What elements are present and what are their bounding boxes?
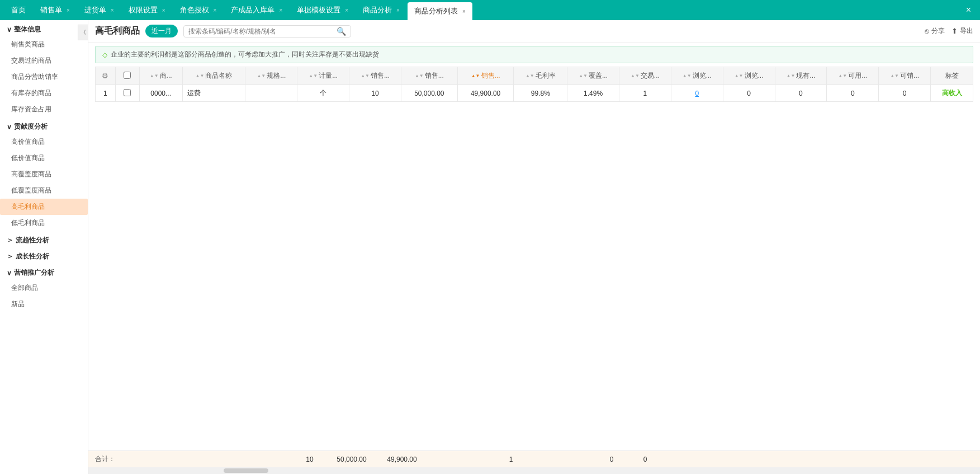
nav-finished[interactable]: 产成品入库单 × bbox=[224, 0, 289, 20]
sidebar-group-contribution[interactable]: ∨ 贡献度分析 bbox=[0, 118, 88, 134]
export-button[interactable]: ⬆ 导出 bbox=[951, 26, 973, 36]
footer-sales-profit: 49,900.00 bbox=[377, 456, 427, 463]
sidebar-item-sales-goods[interactable]: 销售类商品 bbox=[0, 36, 88, 53]
col-tag[interactable]: 标签 bbox=[931, 67, 973, 85]
nav-template[interactable]: 单据模板设置 × bbox=[290, 0, 355, 20]
col-sales-qty[interactable]: ▲▼销售... bbox=[349, 67, 401, 85]
nav-purchase-close[interactable]: × bbox=[111, 7, 114, 13]
sidebar-item-stock-capital[interactable]: 库存资金占用 bbox=[0, 101, 88, 118]
chevron-right-icon-2: ＞ bbox=[7, 252, 13, 261]
sort-available-icon: ▲▼ bbox=[838, 74, 847, 78]
nav-analysis-list[interactable]: 商品分析列表 × bbox=[408, 2, 472, 20]
nav-analysis[interactable]: 商品分析 × bbox=[356, 0, 406, 20]
main-layout: 《 ∨ 整体信息 销售类商品 交易过的商品 商品分营助销率 有库存的商品 库存资… bbox=[0, 20, 980, 474]
footer-sales-qty: 10 bbox=[293, 456, 326, 463]
col-name[interactable]: ▲▼商品名称 bbox=[182, 67, 245, 85]
sidebar-item-new-goods[interactable]: 新品 bbox=[0, 296, 88, 312]
chevron-down-icon: ∨ bbox=[7, 26, 12, 34]
chevron-right-icon: ＞ bbox=[7, 236, 13, 245]
col-coverage[interactable]: ▲▼覆盖... bbox=[567, 67, 619, 85]
sidebar-item-high-value[interactable]: 高价值商品 bbox=[0, 134, 88, 150]
sidebar-item-all-goods[interactable]: 全部商品 bbox=[0, 280, 88, 296]
cell-sales-amount: 50,000.00 bbox=[401, 85, 457, 102]
nav-role[interactable]: 角色授权 × bbox=[173, 0, 224, 20]
col-code[interactable]: ▲▼商... bbox=[139, 67, 182, 85]
nav-sales[interactable]: 销售单 × bbox=[34, 0, 77, 20]
cell-view1[interactable]: 0 bbox=[671, 85, 723, 102]
sidebar: 《 ∨ 整体信息 销售类商品 交易过的商品 商品分营助销率 有库存的商品 库存资… bbox=[0, 20, 88, 474]
col-current-stock[interactable]: ▲▼现有... bbox=[775, 67, 827, 85]
table-wrapper: ⚙ ▲▼商... ▲▼商品名称 ▲▼规格... ▲▼计量... bbox=[88, 67, 980, 450]
sidebar-item-low-coverage[interactable]: 低覆盖度商品 bbox=[0, 182, 88, 199]
nav-analysis-list-close[interactable]: × bbox=[462, 8, 466, 15]
share-button[interactable]: ⎋ 分享 bbox=[925, 26, 945, 36]
sidebar-group-growth[interactable]: ＞ 成长性分析 bbox=[0, 247, 88, 264]
sidebar-group-marketing[interactable]: ∨ 营销推广分析 bbox=[0, 264, 88, 280]
horizontal-scrollbar[interactable] bbox=[88, 467, 980, 474]
cell-sellable: 0 bbox=[879, 85, 931, 102]
footer-sales-amount: 50,000.00 bbox=[326, 456, 377, 463]
chevron-down-icon-2: ∨ bbox=[7, 123, 12, 131]
cell-checkbox[interactable] bbox=[115, 85, 139, 102]
col-checkbox[interactable] bbox=[115, 67, 139, 85]
nav-role-close[interactable]: × bbox=[214, 7, 217, 13]
col-trade[interactable]: ▲▼交易... bbox=[619, 67, 671, 85]
nav-analysis-close[interactable]: × bbox=[396, 7, 400, 13]
sort-sales-amount-icon: ▲▼ bbox=[415, 74, 424, 78]
col-sales-amount[interactable]: ▲▼销售... bbox=[401, 67, 457, 85]
search-icon[interactable]: 🔍 bbox=[337, 27, 346, 36]
filter-recent-month[interactable]: 近一月 bbox=[145, 25, 178, 37]
sort-unit-icon: ▲▼ bbox=[309, 74, 318, 78]
nav-finished-close[interactable]: × bbox=[279, 7, 282, 13]
cell-code: 0000... bbox=[139, 85, 182, 102]
col-gross-rate[interactable]: ▲▼毛利率 bbox=[514, 67, 567, 85]
select-all-checkbox[interactable] bbox=[124, 72, 131, 79]
row-checkbox[interactable] bbox=[124, 89, 131, 96]
cell-current-stock: 0 bbox=[775, 85, 827, 102]
sort-coverage-icon: ▲▼ bbox=[579, 74, 588, 78]
col-view2[interactable]: ▲▼浏览... bbox=[723, 67, 775, 85]
sort-sellable-icon: ▲▼ bbox=[890, 74, 899, 78]
search-input[interactable] bbox=[188, 27, 333, 35]
sort-view2-icon: ▲▼ bbox=[735, 74, 744, 78]
col-sellable[interactable]: ▲▼可销... bbox=[879, 67, 931, 85]
col-gear[interactable]: ⚙ bbox=[96, 67, 116, 85]
sidebar-item-high-margin[interactable]: 高毛利商品 bbox=[0, 199, 88, 215]
sort-view1-icon: ▲▼ bbox=[683, 74, 692, 78]
cell-gross-rate: 99.8% bbox=[514, 85, 567, 102]
sidebar-item-low-value[interactable]: 低价值商品 bbox=[0, 150, 88, 166]
col-unit[interactable]: ▲▼计量... bbox=[297, 67, 349, 85]
sidebar-item-low-margin[interactable]: 低毛利商品 bbox=[0, 215, 88, 231]
scrollbar-thumb[interactable] bbox=[224, 468, 268, 473]
export-icon: ⬆ bbox=[951, 27, 958, 35]
col-spec[interactable]: ▲▼规格... bbox=[245, 67, 297, 85]
header-actions: ⎋ 分享 ⬆ 导出 bbox=[925, 26, 973, 36]
cell-unit: 个 bbox=[297, 85, 349, 102]
share-icon: ⎋ bbox=[925, 27, 929, 35]
nav-template-close[interactable]: × bbox=[345, 7, 348, 13]
col-view1[interactable]: ▲▼浏览... bbox=[671, 67, 723, 85]
table-row: 1 0000... 运费 个 10 50,000.00 49,900.00 99… bbox=[96, 85, 973, 102]
sort-trade-icon: ▲▼ bbox=[631, 74, 640, 78]
col-sales-profit[interactable]: ▲▼销售... bbox=[457, 67, 514, 85]
sort-sales-qty-icon: ▲▼ bbox=[361, 74, 370, 78]
notice-text: 企业的主要的利润都是这部分商品创造的，可考虑加大推广，同时关注库存是不要出现缺货 bbox=[111, 50, 379, 59]
sidebar-item-high-coverage[interactable]: 高覆盖度商品 bbox=[0, 166, 88, 182]
sidebar-item-stocked-goods[interactable]: 有库存的商品 bbox=[0, 85, 88, 101]
nav-sales-close[interactable]: × bbox=[67, 7, 70, 13]
nav-permission[interactable]: 权限设置 × bbox=[122, 0, 172, 20]
nav-permission-close[interactable]: × bbox=[162, 7, 165, 13]
sidebar-collapse-button[interactable]: 《 bbox=[78, 25, 88, 40]
nav-close-all-button[interactable]: × bbox=[962, 5, 976, 15]
sidebar-item-category-rate[interactable]: 商品分营助销率 bbox=[0, 69, 88, 85]
cell-available: 0 bbox=[827, 85, 879, 102]
sort-current-stock-icon: ▲▼ bbox=[787, 74, 796, 78]
sort-code-icon: ▲▼ bbox=[150, 74, 159, 78]
nav-purchase[interactable]: 进货单 × bbox=[78, 0, 121, 20]
cell-trade: 1 bbox=[619, 85, 671, 102]
sidebar-group-trend[interactable]: ＞ 流趋性分析 bbox=[0, 231, 88, 247]
nav-home[interactable]: 首页 bbox=[4, 0, 32, 20]
sidebar-group-overview[interactable]: ∨ 整体信息 bbox=[0, 20, 88, 36]
col-available[interactable]: ▲▼可用... bbox=[827, 67, 879, 85]
sidebar-item-traded-goods[interactable]: 交易过的商品 bbox=[0, 53, 88, 69]
